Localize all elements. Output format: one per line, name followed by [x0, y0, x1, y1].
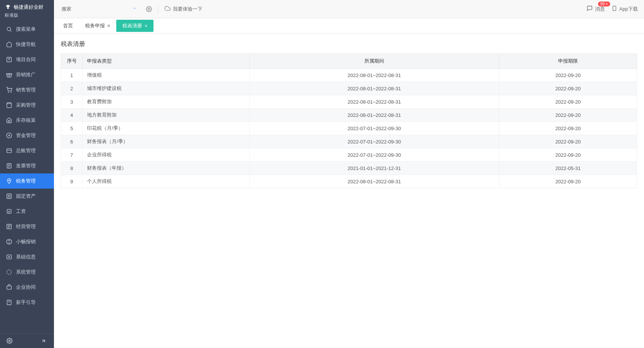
sidebar-item-label: 快捷导航	[16, 41, 36, 48]
table-row[interactable]: 3教育费附加2022-08-01~2022-08-312022-09-20	[61, 95, 637, 109]
cell-type: 增值税	[82, 69, 250, 82]
sidebar-item-label: 工资	[16, 208, 26, 215]
sidebar-item-purchase[interactable]: 采购管理	[0, 98, 54, 113]
brand-header: 畅捷通好业财 标准版	[0, 0, 54, 22]
table-row[interactable]: 5印花税（月/季）2022-07-01~2022-09-302022-09-20	[61, 122, 637, 135]
cell-type: 财务报表（年报）	[82, 162, 250, 175]
sidebar: 畅捷通好业财 标准版 搜索菜单快捷导航项目合同营销推广销售管理采购管理库存核算资…	[0, 0, 54, 348]
svg-point-32	[7, 270, 11, 274]
sidebar-item-search-menu[interactable]: 搜索菜单	[0, 22, 54, 37]
table-row[interactable]: 7企业所得税2022-07-01~2022-09-302022-09-20	[61, 148, 637, 162]
sidebar-item-ledger[interactable]: 总账管理	[0, 143, 54, 158]
sidebar-item-label: 基础信息	[16, 254, 36, 260]
divider	[158, 5, 158, 13]
svg-point-9	[11, 92, 11, 92]
app-download-button[interactable]: App下载	[612, 6, 638, 13]
sidebar-item-invoice[interactable]: 发票管理	[0, 158, 54, 173]
th-type: 申报表类型	[82, 54, 250, 69]
cell-deadline: 2022-09-20	[499, 69, 637, 82]
sidebar-item-label: 系统管理	[16, 269, 36, 276]
cell-type: 财务报表（月/季）	[82, 135, 250, 148]
table-row[interactable]: 2城市维护建设税2022-08-01~2022-08-312022-09-20	[61, 82, 637, 95]
cell-seq: 1	[61, 69, 82, 82]
sidebar-item-basic-info[interactable]: 基础信息	[0, 249, 54, 265]
sidebar-item-label: 库存核算	[16, 117, 36, 124]
svg-point-35	[9, 340, 10, 342]
cell-seq: 2	[61, 82, 82, 95]
sidebar-item-label: 小畅报销	[16, 238, 36, 245]
close-icon[interactable]: ×	[107, 23, 110, 29]
cell-deadline: 2022-09-20	[499, 82, 637, 95]
table-row[interactable]: 1增值税2022-08-01~2022-08-312022-09-20	[61, 69, 637, 82]
sidebar-item-label: 搜索菜单	[16, 26, 36, 33]
nav: 搜索菜单快捷导航项目合同营销推广销售管理采购管理库存核算资金管理总账管理发票管理…	[0, 22, 54, 333]
collab-icon	[6, 284, 12, 290]
sidebar-item-marketing[interactable]: 营销推广	[0, 67, 54, 82]
invoice-icon	[6, 163, 12, 169]
funds-icon	[6, 132, 12, 139]
cell-type: 地方教育附加	[82, 109, 250, 122]
tabs: 首页税务申报×税表清册×	[54, 18, 644, 33]
svg-point-37	[148, 8, 150, 10]
sidebar-item-quick-nav[interactable]: 快捷导航	[0, 37, 54, 52]
settings-icon[interactable]	[6, 337, 13, 344]
cell-period: 2021-01-01~2021-12-31	[250, 162, 499, 175]
sidebar-item-label: 总账管理	[16, 147, 36, 154]
sidebar-item-salary[interactable]: 工资	[0, 204, 54, 219]
feedback-button[interactable]: 我要体验一下	[165, 5, 203, 13]
collapse-icon[interactable]	[41, 337, 48, 344]
sidebar-item-tax[interactable]: 税务管理	[0, 173, 54, 189]
cell-type: 印花税（月/季）	[82, 122, 250, 135]
th-seq: 序号	[61, 54, 82, 69]
sidebar-item-inventory[interactable]: 库存核算	[0, 113, 54, 128]
purchase-icon	[6, 102, 12, 108]
cell-deadline: 2022-05-31	[499, 162, 637, 175]
assets-icon	[6, 193, 12, 199]
cell-period: 2022-08-01~2022-08-31	[250, 69, 499, 82]
sidebar-item-assets[interactable]: 固定资产	[0, 189, 54, 204]
tab-0[interactable]: 首页	[57, 20, 79, 32]
cell-seq: 8	[61, 162, 82, 175]
expense-icon	[6, 239, 12, 245]
tab-2[interactable]: 税表清册×	[116, 20, 153, 32]
brand-logo-icon	[5, 4, 11, 11]
message-button[interactable]: 消息 99 +	[587, 5, 605, 13]
sidebar-item-label: 销售管理	[16, 87, 36, 93]
table-row[interactable]: 9个人所得税2022-08-01~2022-08-312022-09-20	[61, 175, 637, 188]
sidebar-item-collab[interactable]: 企业协同	[0, 280, 54, 295]
sidebar-item-funds[interactable]: 资金管理	[0, 128, 54, 143]
table-row[interactable]: 6财务报表（月/季）2022-07-01~2022-09-302022-09-2…	[61, 135, 637, 148]
sidebar-item-label: 发票管理	[16, 162, 36, 169]
page-title: 税表清册	[61, 40, 637, 48]
table-row[interactable]: 8财务报表（年报）2021-01-01~2021-12-312022-05-31	[61, 162, 637, 175]
sidebar-item-business[interactable]: 经营管理	[0, 219, 54, 234]
cell-seq: 4	[61, 109, 82, 122]
cell-period: 2022-07-01~2022-09-30	[250, 148, 499, 162]
cell-seq: 6	[61, 135, 82, 148]
project-contract-icon	[6, 57, 12, 63]
cloud-icon	[165, 5, 171, 13]
close-icon[interactable]: ×	[144, 23, 147, 29]
gear-button[interactable]	[146, 6, 152, 12]
sidebar-item-sales[interactable]: 销售管理	[0, 82, 54, 98]
phone-icon	[612, 6, 617, 12]
sidebar-item-guide[interactable]: 新手引导	[0, 295, 54, 310]
cell-type: 教育费附加	[82, 95, 250, 109]
svg-point-22	[8, 195, 10, 197]
sidebar-item-system[interactable]: 系统管理	[0, 265, 54, 280]
svg-point-1	[7, 27, 11, 31]
company-select[interactable]: 搬家	[60, 3, 140, 15]
sidebar-item-project-contract[interactable]: 项目合同	[0, 52, 54, 67]
cell-deadline: 2022-09-20	[499, 175, 637, 188]
th-period: 所属期间	[250, 54, 499, 69]
sidebar-item-expense[interactable]: 小畅报销	[0, 234, 54, 249]
tab-1[interactable]: 税务申报×	[79, 20, 116, 32]
svg-rect-34	[7, 300, 11, 305]
business-icon	[6, 224, 12, 230]
cell-period: 2022-08-01~2022-08-31	[250, 109, 499, 122]
sidebar-item-label: 采购管理	[16, 102, 36, 109]
cell-period: 2022-08-01~2022-08-31	[250, 95, 499, 109]
table-row[interactable]: 4地方教育附加2022-08-01~2022-08-312022-09-20	[61, 109, 637, 122]
sidebar-item-label: 营销推广	[16, 71, 36, 78]
quick-nav-icon	[6, 41, 12, 47]
